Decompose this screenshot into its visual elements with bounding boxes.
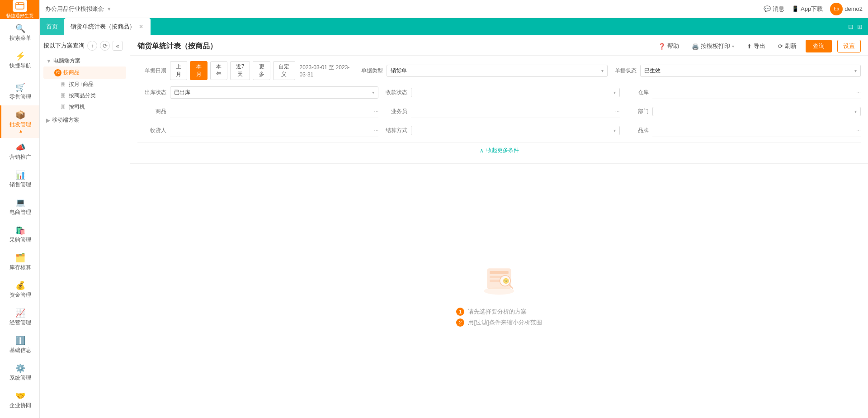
payment-status-select[interactable]: ▾ bbox=[411, 88, 619, 97]
out-status-select[interactable]: 已出库 ▾ bbox=[170, 86, 378, 99]
payment-method-select[interactable]: ▾ bbox=[411, 126, 619, 135]
tab-home[interactable]: 首页 bbox=[40, 18, 64, 35]
svg-rect-5 bbox=[490, 271, 509, 274]
operations-icon: 📈 bbox=[15, 308, 25, 318]
empty-state-icon: 😕 bbox=[476, 255, 522, 300]
dept-field: ▾ bbox=[652, 104, 861, 118]
filter-row-4: 收货人 ··· 结算方式 ▾ 品牌 bbox=[137, 124, 861, 137]
add-scheme-btn[interactable]: + bbox=[87, 41, 97, 51]
inventory-icon: 🗂️ bbox=[15, 253, 25, 263]
date-btn-this-year[interactable]: 本年 bbox=[210, 61, 227, 80]
brand-label: 品牌 bbox=[620, 127, 652, 134]
settings-btn[interactable]: 设置 bbox=[837, 40, 861, 52]
sidebar-item-retail[interactable]: 🛒 零售管理 bbox=[0, 78, 40, 105]
tree-item-by-category[interactable]: 囲 按商品分类 bbox=[43, 90, 126, 101]
doc-type-value: 销货单 bbox=[391, 67, 407, 75]
date-btn-last-7-days[interactable]: 近7天 bbox=[230, 61, 250, 80]
export-btn[interactable]: ⬆ 导出 bbox=[743, 40, 769, 52]
app-download-btn[interactable]: 📱 App下载 bbox=[792, 5, 823, 13]
sidebar-item-quick-nav[interactable]: ⚡ 快捷导航 bbox=[0, 47, 40, 74]
sidebar-item-finance[interactable]: 💰 资金管理 bbox=[0, 276, 40, 304]
export-label: 导出 bbox=[754, 42, 765, 50]
receiver-select[interactable]: ··· bbox=[170, 124, 378, 137]
svg-rect-0 bbox=[16, 3, 24, 9]
user-name: demo2 bbox=[844, 5, 863, 12]
tree-sub-icon-category: 囲 bbox=[60, 93, 66, 99]
date-btn-last-month[interactable]: 上月 bbox=[170, 61, 187, 80]
tree-item-by-goods[interactable]: 按 按商品 bbox=[43, 66, 126, 79]
payment-method-field: ▾ bbox=[411, 124, 619, 137]
tree-expand-icon-mobile: ▶ bbox=[46, 117, 50, 124]
workspace-name: 办公用品行业模拟账套 bbox=[45, 5, 104, 13]
doc-status-select[interactable]: 已生效 ▾ bbox=[640, 65, 861, 77]
sidebar-item-wholesale[interactable]: 📦 批发管理 ▲ bbox=[0, 105, 40, 138]
sidebar-item-basic-info[interactable]: ℹ️ 基础信息 bbox=[0, 331, 40, 359]
user-avatar: Ea bbox=[830, 3, 843, 15]
date-btn-this-month[interactable]: 本月 bbox=[190, 61, 207, 80]
refresh-scheme-btn[interactable]: ⟳ bbox=[100, 41, 110, 51]
tree-item-by-month-goods[interactable]: 囲 按月+商品 bbox=[43, 79, 126, 90]
quick-nav-icon: ⚡ bbox=[15, 51, 25, 61]
dept-label: 部门 bbox=[620, 108, 652, 115]
tree-section-desktop-label: 电脑端方案 bbox=[53, 57, 80, 65]
template-print-btn[interactable]: 🖨️ 按模板打印 ▾ bbox=[688, 40, 738, 52]
help-icon: ❓ bbox=[658, 43, 665, 50]
sidebar-item-sales[interactable]: 📊 销售管理 bbox=[0, 166, 40, 193]
tab-maximize-btn[interactable]: ⊞ bbox=[857, 23, 863, 30]
sidebar-item-guide[interactable]: 🎯 新手引导 bbox=[0, 414, 40, 418]
sidebar-item-inventory[interactable]: 🗂️ 库存核算 bbox=[0, 248, 40, 276]
tree-item-by-driver[interactable]: 囲 按司机 bbox=[43, 101, 126, 113]
query-btn[interactable]: 查询 bbox=[806, 40, 832, 52]
tree-item-by-category-label: 按商品分类 bbox=[69, 92, 96, 100]
sidebar-item-system[interactable]: ⚙️ 系统管理 bbox=[0, 359, 40, 386]
goods-select[interactable]: ··· bbox=[170, 104, 378, 118]
tree-item-icon-by-goods: 按 bbox=[54, 69, 61, 76]
tab-sales-stats[interactable]: 销货单统计表（按商品） ✕ bbox=[64, 18, 151, 35]
sidebar-item-search[interactable]: 🔍 搜索菜单 bbox=[0, 19, 40, 47]
user-profile-btn[interactable]: Ea demo2 bbox=[830, 3, 863, 15]
receiver-field: ··· bbox=[170, 124, 378, 137]
dept-select[interactable]: ▾ bbox=[652, 107, 861, 116]
filter-row-2: 出库状态 已出库 ▾ 收款状态 ▾ 仓库 bbox=[137, 86, 861, 99]
tree-section-mobile-label: 移动端方案 bbox=[52, 116, 79, 124]
tab-minimize-btn[interactable]: ⊟ bbox=[848, 23, 854, 30]
doc-type-field: 销货单 ▾ bbox=[387, 64, 607, 77]
help-btn[interactable]: ❓ 帮助 bbox=[655, 40, 683, 52]
tab-home-label: 首页 bbox=[46, 23, 58, 31]
sidebar-item-operations[interactable]: 📈 经营管理 bbox=[0, 304, 40, 331]
date-btn-custom[interactable]: 自定义 bbox=[273, 61, 295, 80]
retail-icon: 🛒 bbox=[15, 82, 25, 92]
brand-field: ··· bbox=[652, 124, 861, 137]
doc-status-label: 单据状态 bbox=[608, 67, 640, 75]
wholesale-icon: 📦 bbox=[15, 110, 25, 120]
template-print-label: 按模板打印 bbox=[701, 42, 730, 50]
collapse-filters-btn[interactable]: ∧ 收起更多条件 bbox=[137, 142, 861, 158]
workspace-dropdown-icon[interactable]: ▾ bbox=[108, 5, 111, 12]
brand-select[interactable]: ··· bbox=[652, 124, 861, 137]
tree-item-by-month-goods-label: 按月+商品 bbox=[69, 81, 94, 88]
receiver-more-icon: ··· bbox=[374, 127, 378, 133]
sidebar-item-collab[interactable]: 🤝 企业协同 bbox=[0, 386, 40, 414]
warehouse-more-icon: ··· bbox=[856, 89, 861, 95]
page-header: 销货单统计表（按商品） ❓ 帮助 🖨️ 按模板打印 ▾ ⬆ 导出 bbox=[130, 35, 868, 56]
tree-section-mobile-header[interactable]: ▶ 移动端方案 bbox=[43, 114, 126, 126]
warehouse-select[interactable]: ··· bbox=[652, 86, 861, 99]
topbar-right: 💬 消息 📱 App下载 Ea demo2 bbox=[764, 3, 863, 15]
date-btn-more[interactable]: 更多 bbox=[253, 61, 270, 80]
refresh-btn[interactable]: ⟳ 刷新 bbox=[774, 40, 800, 52]
doc-type-select[interactable]: 销货单 ▾ bbox=[387, 65, 607, 77]
message-btn[interactable]: 💬 消息 bbox=[764, 5, 784, 13]
topbar: 办公用品行业模拟账套 ▾ 💬 消息 📱 App下载 Ea demo2 bbox=[40, 0, 868, 18]
tip-num-1: 1 bbox=[456, 308, 464, 316]
collapse-panel-btn[interactable]: « bbox=[113, 41, 123, 51]
tab-close-btn[interactable]: ✕ bbox=[138, 23, 144, 31]
sidebar-item-ecommerce[interactable]: 💻 电商管理 bbox=[0, 193, 40, 221]
sidebar-item-purchase[interactable]: 🛍️ 采购管理 bbox=[0, 221, 40, 248]
collab-icon: 🤝 bbox=[15, 391, 25, 401]
sidebar-item-basic-info-label: 基础信息 bbox=[9, 347, 31, 354]
salesman-select[interactable]: ··· bbox=[411, 104, 619, 118]
tree-sub-icon-month: 囲 bbox=[60, 81, 66, 88]
tree-section-desktop-header[interactable]: ▼ 电脑端方案 bbox=[43, 55, 126, 66]
sidebar-item-marketing[interactable]: 📣 营销推广 bbox=[0, 138, 40, 166]
sidebar-item-finance-label: 资金管理 bbox=[9, 291, 31, 299]
